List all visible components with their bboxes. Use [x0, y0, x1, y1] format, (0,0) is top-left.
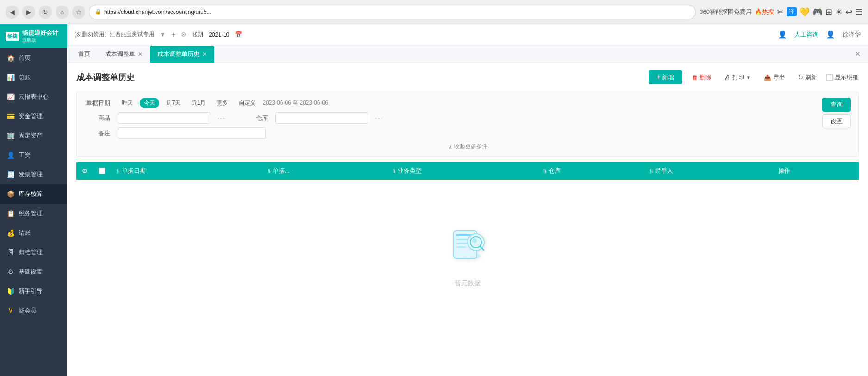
- dropdown-icon[interactable]: ▼: [160, 31, 166, 38]
- yesterday-btn[interactable]: 昨天: [118, 98, 137, 108]
- nav-label-reports: 云报表中心: [19, 93, 49, 101]
- add-button[interactable]: + 新增: [649, 70, 682, 84]
- th-type[interactable]: ⇅ 业务类型: [387, 162, 537, 180]
- print-dropdown-icon: ▼: [746, 75, 751, 80]
- date-quick-group: 昨天 今天 近7天 近1月 更多 自定义 2023-06-06 至 2023-0…: [118, 98, 328, 108]
- goods-more[interactable]: ···: [218, 114, 225, 121]
- nav-label-settings: 基础设置: [19, 268, 43, 276]
- print-button[interactable]: 🖨 打印 ▼: [721, 71, 755, 83]
- select-all-checkbox[interactable]: [99, 168, 105, 174]
- back-button[interactable]: ◀: [6, 6, 19, 19]
- sidebar-item-ledger[interactable]: 📊 总账: [0, 68, 67, 87]
- calendar-icon[interactable]: 📅: [235, 31, 242, 38]
- sidebar-item-inventory[interactable]: 📦 库存核算: [0, 184, 67, 204]
- sidebar-item-guide[interactable]: 🔰 新手引导: [0, 282, 67, 301]
- warehouse-input[interactable]: [275, 112, 368, 124]
- sidebar-item-fixed-assets[interactable]: 🏢 固定资产: [0, 126, 67, 145]
- home-button[interactable]: ⌂: [56, 6, 69, 19]
- sidebar-item-archive[interactable]: 🗄 归档管理: [0, 243, 67, 262]
- filter-setting-button[interactable]: 设置: [822, 114, 851, 128]
- tab-cost-adjust-close[interactable]: ✕: [138, 51, 143, 57]
- search-label: 360智能抠图免费用: [699, 8, 752, 16]
- url-bar[interactable]: 🔒 https://cloud.chanjet.com/accounting/u…: [89, 5, 696, 19]
- th-checkbox[interactable]: [93, 162, 111, 180]
- browser-bar: ◀ ▶ ↻ ⌂ ☆ 🔒 https://cloud.chanjet.com/ac…: [0, 0, 868, 24]
- svg-rect-3: [456, 239, 469, 240]
- tab-cost-adjust-history[interactable]: 成本调整单历史 ✕: [150, 46, 214, 63]
- more-btn[interactable]: 更多: [212, 98, 232, 108]
- sidebar-item-settings[interactable]: ⚙ 基础设置: [0, 262, 67, 282]
- star-button[interactable]: ☆: [72, 6, 85, 19]
- sidebar-item-member[interactable]: V 畅会员: [0, 301, 67, 320]
- nav-label-fixed-assets: 固定资产: [19, 132, 43, 140]
- remark-label: 备注: [84, 129, 110, 138]
- collapse-button[interactable]: ∧ 收起更多条件: [84, 143, 851, 150]
- nav-label-ledger: 总账: [19, 73, 31, 81]
- sidebar-item-home[interactable]: 🏠 首页: [0, 48, 67, 68]
- empty-illustration: [444, 217, 491, 272]
- delete-icon: 🗑: [692, 74, 698, 81]
- sidebar-item-settlement[interactable]: 💰 结账: [0, 223, 67, 243]
- sidebar-item-funds[interactable]: 💳 资金管理: [0, 107, 67, 126]
- th-settings[interactable]: ⚙: [76, 162, 93, 180]
- sort-warehouse-icon: ⇅: [543, 169, 547, 174]
- th-warehouse[interactable]: ⇅ 仓库: [537, 162, 643, 180]
- funds-icon: 💳: [6, 113, 15, 120]
- cut-icon: ✂: [777, 7, 784, 17]
- th-actions: 操作: [773, 162, 859, 180]
- 1month-btn[interactable]: 近1月: [187, 98, 210, 108]
- sidebar-nav: 畅捷 畅捷通好会计 旗舰版 🏠 首页 📊 总账 📈 云报表中心 💳 资金管理 🏢…: [0, 24, 67, 376]
- query-button[interactable]: 查询: [822, 98, 851, 112]
- reload-button[interactable]: ↻: [39, 6, 52, 19]
- sidebar-item-salary[interactable]: 👤 工资: [0, 145, 67, 165]
- tab-home[interactable]: 首页: [71, 46, 98, 63]
- th-number[interactable]: ⇅ 单据...: [262, 162, 387, 180]
- tab-cost-adjust[interactable]: 成本调整单 ✕: [98, 46, 150, 63]
- page-title-bar: 成本调整单历史 + 新增 🗑 删除 🖨 打印 ▼ 📤 导出: [76, 70, 859, 84]
- warehouse-more[interactable]: ···: [375, 114, 383, 121]
- date-range: 2023-06-06 至 2023-06-06: [262, 99, 328, 107]
- support-icon: 👤: [778, 30, 787, 39]
- sidebar-item-invoices[interactable]: 🧾 发票管理: [0, 165, 67, 184]
- goods-input[interactable]: [118, 112, 210, 124]
- display-toggle[interactable]: 显示明细: [826, 73, 859, 81]
- lock-icon: 🔒: [95, 9, 101, 15]
- export-label: 导出: [773, 73, 785, 81]
- column-settings-icon[interactable]: ⚙: [82, 168, 87, 175]
- nav-label-settlement: 结账: [19, 229, 31, 237]
- sidebar-item-reports[interactable]: 📈 云报表中心: [0, 87, 67, 107]
- today-btn[interactable]: 今天: [140, 98, 159, 108]
- forward-button[interactable]: ▶: [22, 6, 35, 19]
- filter-area: 单据日期 昨天 今天 近7天 近1月 更多 自定义 2023-06-06 至 2…: [76, 92, 859, 157]
- remark-input[interactable]: [118, 127, 266, 139]
- export-button[interactable]: 📤 导出: [760, 71, 789, 83]
- add-icon[interactable]: +: [171, 31, 175, 39]
- th-date[interactable]: ⇅ 单据日期: [111, 162, 262, 180]
- refresh-button[interactable]: ↻ 刷新: [794, 71, 821, 83]
- grid-icon: ⊞: [825, 7, 832, 17]
- display-checkbox[interactable]: [826, 74, 833, 81]
- custom-btn[interactable]: 自定义: [235, 98, 260, 108]
- brand-tag: 旗舰版: [22, 37, 58, 44]
- inventory-icon: 📦: [6, 190, 15, 198]
- account-period-label: 账期: [192, 31, 203, 38]
- refresh-icon: ↻: [798, 74, 803, 81]
- tab-cost-adjust-history-close[interactable]: ✕: [202, 51, 207, 57]
- sidebar-item-tax[interactable]: 📋 税务管理: [0, 204, 67, 223]
- support-label[interactable]: 人工咨询: [794, 31, 818, 39]
- th-type-label: 业务类型: [398, 167, 422, 174]
- hot-label: 🔥热搜: [755, 8, 774, 16]
- sort-type-icon: ⇅: [392, 169, 396, 174]
- translate-icon: 译: [787, 7, 797, 16]
- th-manager[interactable]: ⇅ 经手人: [644, 162, 773, 180]
- 7days-btn[interactable]: 近7天: [162, 98, 185, 108]
- filter-buttons: 查询 设置: [822, 98, 851, 128]
- settings-icon-2[interactable]: ⚙: [181, 31, 187, 38]
- global-close-button[interactable]: ✕: [851, 50, 864, 58]
- user-name[interactable]: 徐泽华: [843, 31, 861, 39]
- delete-button[interactable]: 🗑 删除: [688, 71, 715, 83]
- nav-label-inventory: 库存核算: [19, 190, 43, 198]
- tab-home-label: 首页: [78, 50, 90, 58]
- display-label: 显示明细: [835, 73, 859, 81]
- collapse-section: ∧ 收起更多条件: [84, 143, 851, 150]
